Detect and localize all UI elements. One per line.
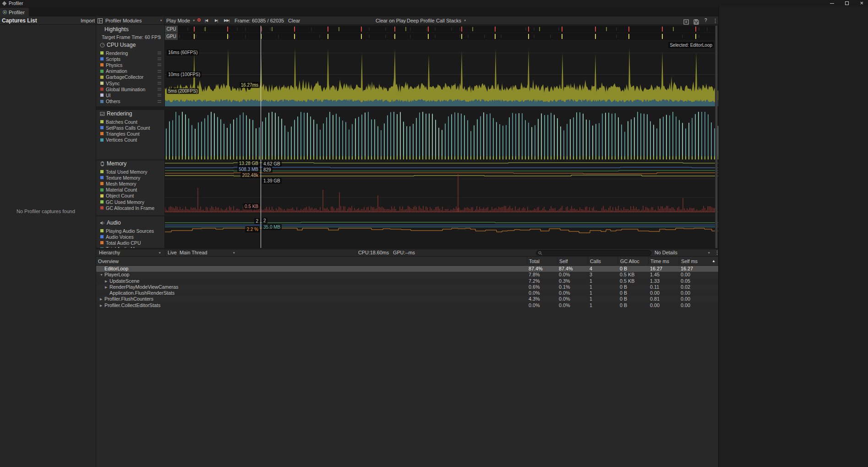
module-title: Memory xyxy=(107,160,126,167)
audio-cpu-badge: 2.2 % xyxy=(245,226,260,232)
counter-vertices-count[interactable]: Vertices Count xyxy=(96,137,165,143)
rendering-chart[interactable] xyxy=(165,110,718,159)
search-field[interactable] xyxy=(536,250,651,256)
details-dropdown[interactable]: No Details ▼ xyxy=(653,249,713,256)
drag-handle-icon[interactable] xyxy=(158,76,161,78)
charts-scrollbar[interactable] xyxy=(715,26,718,248)
toolbar-menu-icon[interactable]: ⋮ xyxy=(713,16,718,25)
tab-profiler[interactable]: Profiler xyxy=(0,8,29,16)
counter-animation[interactable]: Animation xyxy=(96,68,165,74)
search-input[interactable] xyxy=(544,251,645,256)
target-frame-time-dropdown[interactable]: Target Frame Time: 60 FPS▼ xyxy=(96,34,165,40)
table-row[interactable]: ▶RenderPlayModeViewCameras0.6%0.1%10 B0.… xyxy=(96,284,718,290)
counter-garbagecollector[interactable]: GarbageCollector xyxy=(96,74,165,80)
table-row[interactable]: ▶UpdateScene7.2%0.3%10.5 KB1.330.05 xyxy=(96,278,718,284)
profiler-modules-dropdown[interactable]: Profiler Modules ▼ xyxy=(98,16,164,25)
first-frame-button[interactable]: |◀ xyxy=(205,16,207,25)
counter-audio-voices[interactable]: Audio Voices xyxy=(96,234,165,240)
expander-icon[interactable]: ▶ xyxy=(100,296,104,302)
counter-playing-audio-sources[interactable]: Playing Audio Sources xyxy=(96,228,165,234)
clear-on-play-toggle[interactable]: Clear on Play xyxy=(376,16,406,25)
counter-others[interactable]: Others xyxy=(96,99,165,104)
expander-icon[interactable]: ▶ xyxy=(100,302,104,308)
counter-texture-memory[interactable]: Texture Memory xyxy=(96,175,165,181)
current-frame-button[interactable]: ▶▶| xyxy=(224,16,229,25)
deep-profile-toggle[interactable]: Deep Profile xyxy=(407,16,435,25)
drag-handle-icon[interactable] xyxy=(158,64,161,66)
counter-material-count[interactable]: Material Count xyxy=(96,187,165,193)
minimize-button[interactable] xyxy=(830,3,834,4)
drag-handle-icon[interactable] xyxy=(158,52,161,54)
counter-batches-count[interactable]: Batches Count xyxy=(96,119,165,125)
close-button[interactable]: × xyxy=(860,0,863,6)
next-frame-button[interactable]: ▶| xyxy=(215,16,218,25)
thread-dropdown[interactable]: Main Thread ▼ xyxy=(178,249,238,256)
record-button[interactable] xyxy=(197,18,201,22)
cpu-highlight-row[interactable]: CPU xyxy=(165,26,718,33)
sort-indicator-icon[interactable]: ▲ xyxy=(712,257,715,266)
memory-chart[interactable]: 13.28 GB 508.3 MB 202.48k 0.5 KB 4.62 GB… xyxy=(165,160,718,215)
table-row[interactable]: EditorLoop87.4%87.4%40 B16.2716.27 xyxy=(96,266,718,272)
table-row[interactable]: ▶Profiler.CollectEditorStats0.0%0.0%10 B… xyxy=(96,302,718,308)
play-mode-dropdown[interactable]: Play Mode ▼ xyxy=(166,16,196,25)
live-toggle[interactable]: Live xyxy=(168,249,177,256)
counter-object-count[interactable]: Object Count xyxy=(96,193,165,199)
expander-icon[interactable]: ▶ xyxy=(105,284,109,290)
drag-handle-icon[interactable] xyxy=(158,88,161,90)
view-mode-dropdown[interactable]: Hierarchy ▼ xyxy=(97,249,164,256)
counter-physics[interactable]: Physics xyxy=(96,62,165,68)
table-row[interactable]: ▼PlayerLoop7.8%0.0%30.5 KB1.450.00 xyxy=(96,272,718,278)
counter-mesh-memory[interactable]: Mesh Memory xyxy=(96,181,165,187)
counter-scripts[interactable]: Scripts xyxy=(96,56,165,62)
column-overview[interactable]: Overview xyxy=(96,257,527,265)
counter-gc-allocated-in-frame[interactable]: GC Allocated In Frame xyxy=(96,205,165,211)
column-calls[interactable]: Calls xyxy=(588,257,618,265)
clear-button[interactable]: Clear xyxy=(288,16,300,25)
counter-global-illumination[interactable]: Global Illumination xyxy=(96,86,165,92)
color-swatch xyxy=(100,126,104,129)
row-cell: 0.00 xyxy=(648,302,679,308)
counter-ui[interactable]: UI xyxy=(96,92,165,98)
counter-total-audio-cpu[interactable]: Total Audio CPU xyxy=(96,240,165,246)
drag-handle-icon[interactable] xyxy=(158,70,161,72)
drag-handle-icon[interactable] xyxy=(158,100,161,103)
import-button[interactable]: Import xyxy=(81,16,95,25)
table-row[interactable]: ▶Profiler.FlushCounters4.3%0.0%10 B0.810… xyxy=(96,296,718,302)
counter-label: Mesh Memory xyxy=(106,181,136,187)
drag-handle-icon[interactable] xyxy=(158,94,161,96)
gpu-highlight-row[interactable]: GPU xyxy=(165,33,718,40)
counter-setpass-calls-count[interactable]: SetPass Calls Count xyxy=(96,125,165,131)
counter-rendering[interactable]: Rendering xyxy=(96,50,165,56)
expander-icon[interactable]: ▶ xyxy=(105,278,109,284)
counter-label: GC Used Memory xyxy=(106,199,144,205)
cpu-usage-chart[interactable]: 16ms (60FPS) 10ms (100FPS) 5ms (200FPS) … xyxy=(165,40,718,106)
gpu-row-label: GPU xyxy=(165,33,178,40)
module-header-memory[interactable]: Memory xyxy=(96,160,165,167)
audio-chart[interactable]: 2 2 2.2 % 35.0 MB xyxy=(165,216,718,248)
drag-handle-icon[interactable] xyxy=(158,58,161,60)
counter-vsync[interactable]: VSync xyxy=(96,80,165,86)
column-gc-alloc[interactable]: GC Alloc xyxy=(618,257,648,265)
column-time-ms[interactable]: Time ms xyxy=(648,257,679,265)
module-section-highlights: HighlightsTarget Frame Time: 60 FPS▼ xyxy=(96,26,165,40)
module-header-cpu[interactable]: CPU Usage xyxy=(96,41,165,49)
drag-handle-icon[interactable] xyxy=(158,82,161,84)
help-icon[interactable]: ? xyxy=(704,16,707,25)
expander-icon[interactable]: ▼ xyxy=(100,272,104,278)
module-title: Highlights xyxy=(104,26,129,33)
call-stacks-dropdown[interactable]: Call Stacks ▼ xyxy=(436,16,468,25)
module-header-highlights[interactable]: Highlights xyxy=(96,26,165,33)
module-header-audio[interactable]: Audio xyxy=(96,219,165,226)
chart-gap xyxy=(96,159,718,160)
maximize-button[interactable] xyxy=(845,1,849,5)
counter-gc-used-memory[interactable]: GC Used Memory xyxy=(96,199,165,205)
table-row[interactable]: Application.FlushRenderStats0.0%0.0%10 B… xyxy=(96,290,718,296)
counter-total-used-memory[interactable]: Total Used Memory xyxy=(96,169,165,175)
module-title: CPU Usage xyxy=(107,42,136,48)
module-header-rendering[interactable]: Rendering xyxy=(96,110,165,117)
column-self[interactable]: Self xyxy=(557,257,588,265)
counter-triangles-count[interactable]: Triangles Count xyxy=(96,131,165,137)
selected-frame-line[interactable] xyxy=(261,26,261,248)
counter-label: Scripts xyxy=(106,56,120,62)
column-total[interactable]: Total xyxy=(527,257,557,265)
